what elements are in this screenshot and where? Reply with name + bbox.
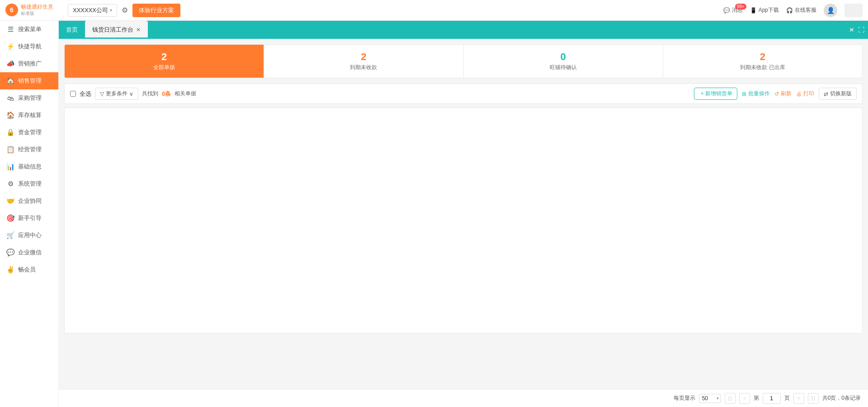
stat-number-overdue-out: 2 (672, 51, 853, 63)
message-badge: 99+ (735, 4, 746, 9)
toolbar-left: 全选 ▽ 更多条件 ∨ 共找到 0条 相关单据 (70, 88, 690, 100)
filter-label: 更多条件 (106, 90, 127, 98)
stat-card-overdue-out[interactable]: 2 到期未收款 已出库 (663, 45, 862, 78)
company-selector[interactable]: XXXXXX公司 ▾ (68, 4, 117, 17)
settings-icon[interactable]: ⚙ (122, 6, 128, 14)
tab-home[interactable]: 首页 (59, 21, 85, 39)
switch-label: 切换新版 (830, 90, 852, 98)
sidebar-item-finance[interactable]: 🔒 资金管理 (0, 124, 58, 141)
inventory-icon: 🏠 (6, 111, 14, 119)
stat-label-all: 全部单据 (74, 64, 255, 71)
stat-card-overdue[interactable]: 2 到期未收款 (264, 45, 463, 78)
sidebar-label-app-center: 应用中心 (18, 231, 42, 239)
main-content: 2 全部单据 2 到期未收款 0 旺辅待确认 2 到期未收款 已出库 全选 ▽ … (59, 39, 868, 407)
sidebar-label-finance: 资金管理 (18, 128, 42, 136)
sidebar-item-system[interactable]: ⚙ 系统管理 (0, 175, 58, 192)
sidebar-item-member[interactable]: ✌ 畅会员 (0, 261, 58, 278)
app-badge: 标准版 (21, 10, 53, 17)
sidebar-item-quick-nav[interactable]: ⚡ 快捷导航 (0, 38, 58, 55)
next-page-button[interactable]: ＞ (793, 393, 804, 404)
select-all-label: 全选 (80, 90, 91, 98)
last-page-button[interactable]: ⟩⟩ (808, 393, 819, 404)
sidebar-item-marketing[interactable]: 📣 营销推广 (0, 55, 58, 72)
page-label: 第 (754, 394, 759, 402)
stat-label-wangwang: 旺辅待确认 (473, 64, 654, 71)
sidebar-label-marketing: 营销推广 (18, 60, 42, 68)
print-button[interactable]: 🖨 打印 (796, 90, 814, 98)
logo-area: 6 畅捷通好生意 标准版 (5, 4, 64, 16)
print-label: 打印 (803, 90, 814, 98)
stat-number-all: 2 (74, 51, 255, 63)
filter-icon: ▽ (100, 91, 104, 97)
guide-icon: 🎯 (6, 214, 14, 222)
enterprise-icon: 🤝 (6, 197, 14, 205)
batch-operation-button[interactable]: ⊞ 批量操作 (742, 90, 770, 98)
sidebar-item-purchase[interactable]: 🛍 采购管理 (0, 89, 58, 107)
sidebar-label-operations: 经营管理 (18, 145, 42, 154)
logo-icon: 6 (5, 4, 18, 16)
first-page-button[interactable]: ⟨⟨ (725, 393, 736, 404)
tab-cash-daily[interactable]: 钱货日清工作台 ✕ (85, 21, 148, 39)
sidebar-item-sales[interactable]: 🏠 销售管理 (0, 72, 58, 89)
sidebar-item-search-menu[interactable]: ☰ 搜索菜单 (0, 21, 58, 38)
page-suffix: 页 (784, 394, 790, 402)
tab-bar: 首页 钱货日清工作台 ✕ ✕ ⛶ (59, 21, 868, 39)
switch-icon: ⇄ (824, 91, 828, 97)
user-info-area[interactable] (844, 4, 863, 17)
lightning-icon: ⚡ (6, 42, 14, 51)
sidebar-item-inventory[interactable]: 🏠 库存核算 (0, 107, 58, 124)
message-icon-item[interactable]: 💬 消息 99+ (723, 6, 743, 14)
tab-cash-daily-label: 钱货日清工作台 (92, 26, 133, 34)
page-size-wrapper: 50 100 200 ▾ (699, 394, 721, 403)
tab-fullscreen-icon[interactable]: ⛶ (858, 26, 864, 33)
trial-button[interactable]: 体验行业方案 (132, 4, 180, 17)
top-header: 6 畅捷通好生意 标准版 XXXXXX公司 ▾ ⚙ 体验行业方案 💬 消息 99… (0, 0, 868, 21)
found-count: 0条 (162, 90, 171, 98)
avatar[interactable]: 👤 (824, 4, 837, 17)
app-center-icon: 🛒 (6, 231, 14, 239)
sidebar-item-app-center[interactable]: 🛒 应用中心 (0, 227, 58, 244)
tab-close-icon[interactable]: ✕ (136, 27, 141, 33)
sidebar-item-wechat[interactable]: 💬 企业微信 (0, 244, 58, 261)
stats-row: 2 全部单据 2 到期未收款 0 旺辅待确认 2 到期未收款 已出库 (64, 44, 863, 78)
header-right: 💬 消息 99+ 📱 App下载 🎧 在线客服 👤 (723, 4, 863, 17)
sidebar-label-inventory: 库存核算 (18, 111, 42, 119)
app-download-item[interactable]: 📱 App下载 (750, 6, 779, 14)
add-sales-label: + 新增销货单 (701, 90, 732, 98)
stat-card-all[interactable]: 2 全部单据 (65, 45, 264, 78)
prev-page-button[interactable]: ＜ (739, 393, 750, 404)
sidebar-label-quick-nav: 快捷导航 (18, 42, 42, 51)
filter-button[interactable]: ▽ 更多条件 ∨ (95, 88, 138, 100)
total-count: 共0页，0条记录 (822, 394, 861, 402)
pagination-bar: 每页显示 50 100 200 ▾ ⟨⟨ ＜ 第 页 ＞ ⟩⟩ 共0页，0条记录 (59, 389, 868, 407)
switch-version-button[interactable]: ⇄ 切换新版 (819, 88, 857, 100)
per-page-label: 每页显示 (674, 394, 695, 402)
menu-icon: ☰ (6, 25, 14, 33)
online-service-item[interactable]: 🎧 在线客服 (786, 6, 816, 14)
found-suffix: 相关单据 (175, 90, 196, 98)
sidebar-item-basics[interactable]: 📊 基础信息 (0, 158, 58, 175)
sidebar-item-enterprise[interactable]: 🤝 企业协同 (0, 192, 58, 210)
batch-label: 批量操作 (748, 90, 770, 98)
finance-icon: 🔒 (6, 128, 14, 136)
refresh-button[interactable]: ↺ 刷新 (774, 90, 792, 98)
tab-close-window-icon[interactable]: ✕ (849, 26, 854, 33)
stat-label-overdue-out: 到期未收款 已出库 (672, 64, 853, 71)
operations-icon: 📋 (6, 145, 14, 154)
message-icon: 💬 (723, 7, 730, 14)
sidebar-item-operations[interactable]: 📋 经营管理 (0, 141, 58, 158)
page-input[interactable] (763, 393, 781, 404)
avatar-icon: 👤 (827, 7, 835, 14)
system-icon: ⚙ (6, 180, 14, 188)
wechat-icon: 💬 (6, 248, 14, 257)
filter-arrow-icon: ∨ (129, 91, 133, 97)
sidebar-item-guide[interactable]: 🎯 新手引导 (0, 210, 58, 227)
add-sales-button[interactable]: + 新增销货单 (694, 88, 737, 100)
stat-number-wangwang: 0 (473, 51, 654, 63)
refresh-icon: ↺ (774, 91, 779, 97)
app-download-label: App下载 (759, 6, 779, 14)
toolbar-right: + 新增销货单 ⊞ 批量操作 ↺ 刷新 🖨 打印 ⇄ 切换新版 (694, 88, 857, 100)
page-size-select[interactable]: 50 100 200 (699, 394, 721, 403)
stat-card-wangwang[interactable]: 0 旺辅待确认 (464, 45, 663, 78)
select-all-checkbox[interactable] (70, 91, 76, 97)
